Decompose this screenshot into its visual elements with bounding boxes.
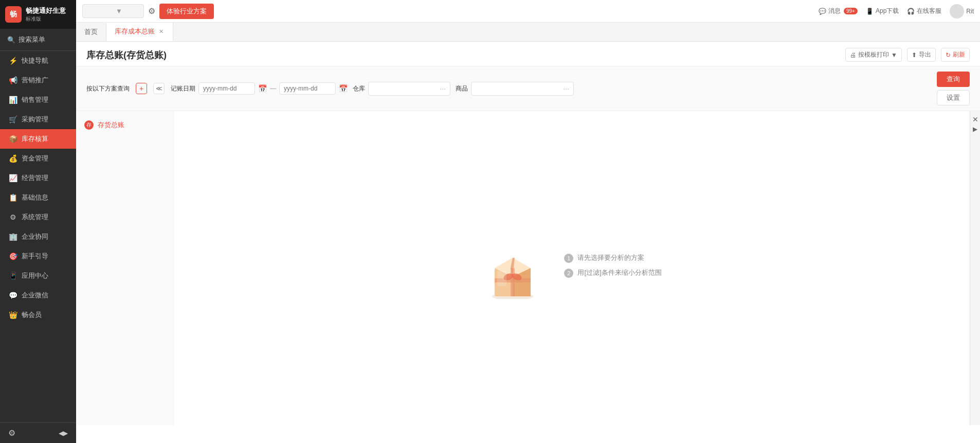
topbar-right: 💬 消息 99+ 📱 App下载 🎧 在线客服 Rit xyxy=(819,4,974,19)
settings-button[interactable]: 设置 xyxy=(937,90,970,105)
scheme-item-stock-ledger[interactable]: 存 存货总账 xyxy=(76,116,173,134)
guide-icon: 🎯 xyxy=(8,252,17,260)
message-badge: 99+ xyxy=(844,8,858,14)
page-actions: 🖨 按模板打印 ▼ ⬆ 导出 ↻ 刷新 xyxy=(845,48,970,62)
sales-icon: 📊 xyxy=(8,96,17,104)
search-icon: 🔍 xyxy=(7,36,15,44)
collapse-icon[interactable]: ◀▶ xyxy=(59,430,68,437)
settings-icon-topbar[interactable]: ⚙ xyxy=(148,6,155,16)
sidebar-item-label: 资金管理 xyxy=(22,154,48,163)
date-to-calendar-icon[interactable]: 📅 xyxy=(339,84,348,93)
export-icon: ⬆ xyxy=(912,51,917,59)
sidebar-item-appstore[interactable]: 📱 应用中心 xyxy=(0,266,76,286)
tab-home[interactable]: 首页 xyxy=(76,23,106,41)
message-label: 消息 xyxy=(828,7,841,15)
print-dropdown-icon[interactable]: ▼ xyxy=(891,51,897,59)
sidebar-nav: ⚡ 快捷导航 📢 营销推广 📊 销售管理 🛒 采购管理 📦 库存核算 💰 资金管… xyxy=(0,51,76,422)
message-icon: 💬 xyxy=(819,8,826,15)
query-button[interactable]: 查询 xyxy=(937,72,970,87)
online-support-label: 在线客服 xyxy=(917,7,941,15)
app-download-icon: 📱 xyxy=(866,8,874,15)
date-from-calendar-icon[interactable]: 📅 xyxy=(258,84,267,93)
scheme-panel: 存 存货总账 xyxy=(76,111,980,425)
version-label: 标准版 xyxy=(26,15,66,23)
scheme-item-label: 存货总账 xyxy=(98,120,124,130)
export-button[interactable]: ⬆ 导出 xyxy=(907,48,936,62)
sidebar-item-label: 企业协同 xyxy=(22,232,48,241)
enterprise-icon: 🏢 xyxy=(8,233,17,241)
empty-illustration xyxy=(482,237,543,299)
sidebar-footer: ⚙ ◀▶ xyxy=(0,422,76,443)
sidebar-search-area[interactable]: 🔍 搜索菜单 xyxy=(0,29,76,51)
right-close-icon[interactable]: ✕ xyxy=(972,115,978,123)
sidebar-item-basic[interactable]: 📋 基础信息 xyxy=(0,188,76,207)
filter-add-button[interactable]: + xyxy=(136,83,147,94)
logo-text: 畅捷通好生意 标准版 xyxy=(26,6,66,23)
empty-state: 1 请先选择要分析的方案 2 用[过滤]条件来缩小分析范围 xyxy=(174,111,970,425)
finance-icon: 💰 xyxy=(8,154,17,163)
empty-box-svg xyxy=(482,237,543,299)
sidebar-item-label: 快捷导航 xyxy=(22,56,48,65)
inventory-icon: 📦 xyxy=(8,135,17,143)
sidebar-item-finance[interactable]: 💰 资金管理 xyxy=(0,149,76,168)
warehouse-select[interactable]: ··· xyxy=(368,82,450,96)
sidebar-item-system[interactable]: ⚙ 系统管理 xyxy=(0,207,76,227)
message-button[interactable]: 💬 消息 99+ xyxy=(819,7,858,15)
filter-collapse-button[interactable]: ≪ xyxy=(153,83,165,94)
industry-solution-button[interactable]: 体验行业方案 xyxy=(159,4,214,19)
warehouse-placeholder xyxy=(373,84,391,93)
purchase-icon: 🛒 xyxy=(8,115,17,123)
product-field: 商品 ··· xyxy=(456,82,574,96)
sidebar-item-marketing[interactable]: 📢 营销推广 xyxy=(0,70,76,90)
tab-inventory-ledger-label: 库存成本总账 xyxy=(115,27,155,36)
date-range-field: 记账日期 📅 — 📅 xyxy=(171,82,348,95)
sidebar-item-sales[interactable]: 📊 销售管理 xyxy=(0,90,76,110)
product-more-icon[interactable]: ··· xyxy=(563,84,569,93)
sidebar-item-wechat[interactable]: 💬 企业微信 xyxy=(0,286,76,305)
basic-icon: 📋 xyxy=(8,193,17,202)
empty-hint-2: 2 用[过滤]条件来缩小分析范围 xyxy=(564,268,661,278)
hint-text-1: 请先选择要分析的方案 xyxy=(577,253,644,262)
hint-text-2: 用[过滤]条件来缩小分析范围 xyxy=(577,268,661,277)
sidebar: 畅 畅捷通好生意 标准版 🔍 搜索菜单 ⚡ 快捷导航 📢 营销推广 📊 销售管理… xyxy=(0,0,76,443)
vip-icon: 👑 xyxy=(8,311,17,319)
tab-close-icon[interactable]: ✕ xyxy=(158,27,165,36)
sidebar-item-quick-nav[interactable]: ⚡ 快捷导航 xyxy=(0,51,76,70)
sidebar-item-purchase[interactable]: 🛒 采购管理 xyxy=(0,110,76,129)
warehouse-label: 仓库 xyxy=(353,84,365,93)
user-profile[interactable]: Rit xyxy=(950,4,974,19)
hint-num-1: 1 xyxy=(564,254,573,263)
marketing-icon: 📢 xyxy=(8,76,17,84)
system-icon: ⚙ xyxy=(8,213,17,221)
scheme-sidebar: 存 存货总账 xyxy=(76,111,174,425)
right-expand-icon[interactable]: ▶ xyxy=(973,126,977,133)
sidebar-item-label: 采购管理 xyxy=(22,115,48,124)
sidebar-item-label: 应用中心 xyxy=(22,271,48,280)
warehouse-field: 仓库 ··· xyxy=(353,82,450,96)
app-download-button[interactable]: 📱 App下载 xyxy=(866,7,899,15)
settings-icon[interactable]: ⚙ xyxy=(8,428,15,438)
online-support-button[interactable]: 🎧 在线客服 xyxy=(907,7,941,15)
sidebar-item-enterprise[interactable]: 🏢 企业协同 xyxy=(0,227,76,246)
sidebar-item-inventory[interactable]: 📦 库存核算 xyxy=(0,129,76,149)
product-select[interactable]: ··· xyxy=(471,82,574,96)
tab-inventory-ledger[interactable]: 库存成本总账 ✕ xyxy=(106,23,173,41)
warehouse-more-icon[interactable]: ··· xyxy=(440,84,446,93)
topbar-left: ▼ ⚙ 体验行业方案 xyxy=(82,4,813,19)
refresh-button[interactable]: ↻ 刷新 xyxy=(941,48,970,62)
product-placeholder xyxy=(476,84,500,93)
sidebar-item-operation[interactable]: 📈 经营管理 xyxy=(0,168,76,188)
print-template-button[interactable]: 🖨 按模板打印 ▼ xyxy=(845,48,902,62)
avatar xyxy=(950,4,964,19)
support-icon: 🎧 xyxy=(907,8,915,15)
filter-label: 按以下方案查询 xyxy=(86,84,130,93)
sidebar-item-guide[interactable]: 🎯 新手引导 xyxy=(0,246,76,266)
sidebar-item-label: 经营管理 xyxy=(22,173,48,183)
search-menu-button[interactable]: 🔍 搜索菜单 xyxy=(5,33,71,46)
refresh-label: 刷新 xyxy=(953,50,965,59)
breadcrumb[interactable]: ▼ xyxy=(82,4,144,18)
breadcrumb-dropdown-icon[interactable]: ▼ xyxy=(116,7,122,15)
date-from-input[interactable] xyxy=(198,82,255,95)
date-to-input[interactable] xyxy=(279,82,336,95)
sidebar-item-vip[interactable]: 👑 畅会员 xyxy=(0,305,76,325)
